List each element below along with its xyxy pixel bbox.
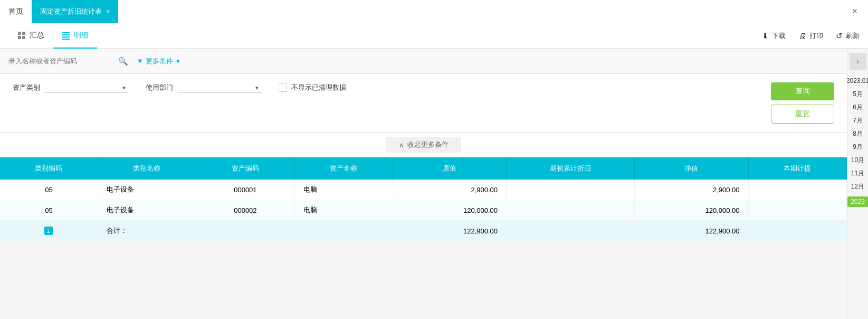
tab-detail[interactable]: 明细 bbox=[53, 23, 97, 49]
sidebar-expand-arrow[interactable]: › bbox=[850, 53, 866, 70]
svg-rect-7 bbox=[62, 39, 70, 40]
col-header-net-value: 净值 bbox=[635, 157, 748, 180]
more-conditions-chevron: ▼ bbox=[175, 58, 181, 64]
department-select-wrap: ▼ bbox=[177, 82, 262, 93]
table-row[interactable]: 05 电子设备 000002 电脑 120,000.00 120,000.00 bbox=[0, 200, 847, 221]
cell-current-depreciation bbox=[748, 180, 846, 200]
main-content: 🔍 ▼ 更多条件 ▼ 资产类别 ▼ bbox=[0, 49, 868, 319]
search-input[interactable] bbox=[8, 57, 114, 65]
svg-rect-5 bbox=[62, 34, 70, 35]
total-accumulated bbox=[507, 221, 635, 241]
tab-title: 固定资产折旧统计表 bbox=[40, 7, 102, 16]
tab-detail-label: 明细 bbox=[74, 31, 89, 40]
col-header-current-depreciation: 本期计提 bbox=[748, 157, 846, 180]
query-button[interactable]: 查询 bbox=[771, 82, 834, 100]
sidebar-date-label: 2023.01 bbox=[847, 75, 868, 87]
reset-button[interactable]: 重置 bbox=[771, 105, 834, 124]
asset-category-select[interactable] bbox=[44, 82, 129, 93]
print-label: 打印 bbox=[809, 31, 823, 41]
cell-accumulated-depreciation bbox=[507, 200, 635, 221]
sidebar-month-item[interactable]: 11月 bbox=[851, 167, 864, 180]
svg-rect-6 bbox=[62, 36, 70, 37]
hide-cleared-checkbox[interactable] bbox=[279, 83, 287, 92]
tab-summary[interactable]: 汇总 bbox=[8, 23, 53, 49]
filter-icon: ▼ bbox=[137, 57, 144, 65]
filter-right: 查询 重置 bbox=[771, 82, 834, 124]
total-net-value: 122,900.00 bbox=[635, 221, 748, 241]
asset-category-select-wrap: ▼ bbox=[44, 82, 129, 93]
cell-accumulated-depreciation bbox=[507, 180, 635, 200]
department-select[interactable] bbox=[177, 82, 262, 93]
table-total-row: Σ 合计： 122,900.00 122,900.00 bbox=[0, 221, 847, 241]
table-container: 类别编码 类别名称 资产编码 资产名称 原值 期初累计折旧 净值 本期计提 05… bbox=[0, 157, 847, 319]
sidebar-month-item[interactable]: 10月 bbox=[851, 154, 864, 167]
table-row[interactable]: 05 电子设备 000001 电脑 2,900.00 2,900.00 bbox=[0, 180, 847, 200]
print-button[interactable]: 🖨 打印 bbox=[798, 31, 823, 41]
search-icon[interactable]: 🔍 bbox=[118, 57, 128, 66]
cell-asset-name: 电脑 bbox=[294, 180, 393, 200]
asset-category-label: 资产类别 bbox=[13, 83, 40, 92]
hide-cleared-label: 不显示已清理数据 bbox=[291, 83, 346, 92]
svg-rect-3 bbox=[22, 36, 25, 39]
download-button[interactable]: ⬇ 下载 bbox=[762, 31, 786, 41]
table-header-row: 类别编码 类别名称 资产编码 资产名称 原值 期初累计折旧 净值 本期计提 bbox=[0, 157, 847, 180]
collapse-button[interactable]: ∧ 收起更多条件 bbox=[386, 137, 461, 153]
cell-net-value: 120,000.00 bbox=[635, 200, 748, 221]
print-icon: 🖨 bbox=[798, 31, 806, 40]
cell-original-value: 2,900.00 bbox=[393, 180, 506, 200]
sidebar-month-item[interactable]: 5月 bbox=[851, 88, 864, 101]
left-panel: 🔍 ▼ 更多条件 ▼ 资产类别 ▼ bbox=[0, 49, 847, 319]
sidebar-month-item[interactable]: 12月 bbox=[851, 180, 864, 193]
collapse-bar: ∧ 收起更多条件 bbox=[0, 133, 847, 157]
svg-rect-4 bbox=[62, 32, 70, 33]
cell-category-name: 电子设备 bbox=[98, 180, 196, 200]
cell-current-depreciation bbox=[748, 200, 846, 221]
data-table: 类别编码 类别名称 资产编码 资产名称 原值 期初累计折旧 净值 本期计提 05… bbox=[0, 157, 847, 241]
cell-category-code: 05 bbox=[0, 180, 98, 200]
col-header-asset-code: 资产编码 bbox=[196, 157, 294, 180]
col-header-category-code: 类别编码 bbox=[0, 157, 98, 180]
cell-asset-code: 000001 bbox=[196, 180, 294, 200]
tab-close-icon[interactable]: × bbox=[106, 8, 110, 15]
cell-asset-code: 000002 bbox=[196, 200, 294, 221]
refresh-button[interactable]: ↺ 刷新 bbox=[836, 31, 860, 41]
refresh-label: 刷新 bbox=[846, 31, 860, 41]
total-original-value: 122,900.00 bbox=[393, 221, 506, 241]
home-link[interactable]: 首页 bbox=[8, 7, 32, 16]
toolbar: 汇总 明细 ⬇ 下载 🖨 打印 ↺ 刷新 bbox=[0, 23, 868, 49]
svg-rect-0 bbox=[18, 32, 21, 35]
total-label-icon: Σ bbox=[0, 221, 98, 241]
filter-section: 资产类别 ▼ 使用部门 bbox=[0, 74, 847, 133]
sidebar-months: 5月6月7月8月9月10月11月12月 bbox=[851, 88, 864, 193]
more-conditions-button[interactable]: ▼ 更多条件 ▼ bbox=[137, 57, 181, 66]
download-icon: ⬇ bbox=[762, 31, 769, 41]
window-close-button[interactable]: × bbox=[852, 6, 857, 17]
department-group: 使用部门 ▼ bbox=[146, 82, 262, 93]
svg-rect-1 bbox=[22, 32, 25, 35]
cell-category-name: 电子设备 bbox=[98, 200, 196, 221]
cell-original-value: 120,000.00 bbox=[393, 200, 506, 221]
more-conditions-label: 更多条件 bbox=[146, 57, 173, 66]
toolbar-actions: ⬇ 下载 🖨 打印 ↺ 刷新 bbox=[762, 31, 860, 41]
cell-asset-name: 电脑 bbox=[294, 200, 393, 221]
svg-rect-2 bbox=[18, 36, 21, 39]
department-label: 使用部门 bbox=[146, 83, 173, 92]
search-bar: 🔍 ▼ 更多条件 ▼ bbox=[0, 49, 847, 74]
tab-summary-label: 汇总 bbox=[30, 31, 44, 40]
sidebar-month-item[interactable]: 6月 bbox=[851, 101, 864, 114]
active-tab[interactable]: 固定资产折旧统计表 × bbox=[32, 0, 118, 23]
col-header-original-value: 原值 bbox=[393, 157, 506, 180]
total-label: 合计： bbox=[98, 221, 393, 241]
download-label: 下载 bbox=[772, 31, 786, 41]
sidebar-month-item[interactable]: 7月 bbox=[851, 114, 864, 127]
cell-category-code: 05 bbox=[0, 200, 98, 221]
total-current-depreciation bbox=[748, 221, 846, 241]
sidebar-year-badge[interactable]: 2023 bbox=[847, 196, 868, 207]
sidebar-month-item[interactable]: 8月 bbox=[851, 127, 864, 140]
sidebar-month-item[interactable]: 9月 bbox=[851, 140, 864, 154]
col-header-accumulated-depreciation: 期初累计折旧 bbox=[507, 157, 635, 180]
top-nav: 首页 固定资产折旧统计表 × × bbox=[0, 0, 868, 23]
col-header-asset-name: 资产名称 bbox=[294, 157, 393, 180]
filter-left: 资产类别 ▼ 使用部门 bbox=[13, 82, 754, 93]
collapse-label: 收起更多条件 bbox=[407, 140, 449, 149]
